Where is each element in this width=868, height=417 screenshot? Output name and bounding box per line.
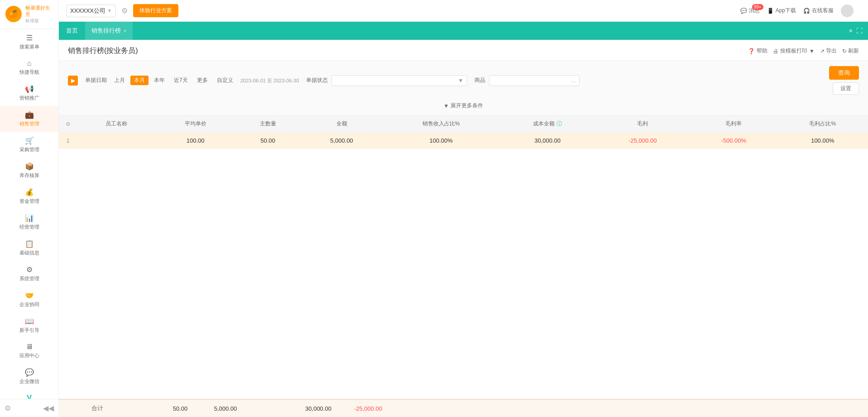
setting-button[interactable]: 设置 [833,82,859,95]
filter-arrow-btn[interactable]: ▶ [68,76,78,86]
app-download-label: App下载 [776,7,796,14]
company-selector[interactable]: XXXXXX公司 ▼ [66,5,116,17]
footer-profit-rate [393,405,438,412]
date-tab-more[interactable]: 更多 [193,76,211,85]
tab-home-label: 首页 [66,27,78,35]
table-header-row: ⚙ 员工名称 平均单价 主数量 全额 销售收入占比% 成本全额 ⓘ 毛利 毛利率… [59,115,868,133]
date-tab-7days[interactable]: 近7天 [170,76,192,85]
row-cost: 30,000.00 [499,133,595,149]
footer-cost: 30,000.00 [293,405,343,412]
sidebar-item-sales[interactable]: 💼 销售管理 [0,106,58,132]
management-icon: 📊 [25,214,34,222]
date-tab-last-month[interactable]: 上月 [110,76,129,85]
company-chevron-icon: ▼ [107,8,112,13]
help-button[interactable]: ❓ 帮助 [748,47,767,55]
app-download-button[interactable]: 📱 App下载 [767,7,796,14]
page-actions: ❓ 帮助 🖨 按模板打印 ▼ ↗ 导出 ↻ 刷新 [748,47,859,55]
tab-bar-right: × ⛶ [849,27,868,34]
footer-profit-pct [438,405,484,412]
status-select-chevron-icon: ▼ [458,77,463,84]
avatar[interactable] [841,5,854,17]
collapse-icon[interactable]: ◀◀ [43,404,54,412]
sidebar-item-marketing[interactable]: 📢 营销推广 [0,80,58,106]
tab-maximize-icon[interactable]: ⛶ [856,27,863,34]
guide-icon: 📖 [25,317,34,326]
system-icon: ⚙ [26,265,33,274]
col-employee: 员工名称 [77,115,156,133]
query-btn-area: 查询 设置 [829,66,859,95]
download-icon: 📱 [767,8,774,14]
expand-row: ▼ 展开更多条件 [68,98,859,110]
sidebar-item-system[interactable]: ⚙ 系统管理 [0,261,58,287]
service-icon: 🎧 [803,8,810,14]
topbar-right: 💬 消息 99+ 📱 App下载 🎧 在线客服 [740,5,861,17]
status-select[interactable]: ▼ [331,75,467,86]
export-icon: ↗ [820,48,825,54]
filter-row-1: ▶ 单据日期 上月 本月 本年 近7天 更多 自定义 2023-06-01 至 … [68,66,859,95]
sidebar-item-quicknav[interactable]: ⌂ 快捷导航 [0,55,58,80]
footer-cells: 50.00 5,000.00 30,000.00 -25,000.00 [103,405,863,412]
settings-footer-icon[interactable]: ⚙ [5,404,11,412]
sidebar: 🍊 畅康通好生意 标准版 ☰ 搜索菜单 ⌂ 快捷导航 📢 营销推广 💼 销售管理… [0,0,59,417]
footer-profit: -25,000.00 [343,405,393,412]
row-profit: -25,000.00 [595,133,690,149]
sidebar-logo: 🍊 畅康通好生意 标准版 [0,0,58,29]
print-button[interactable]: 🖨 按模板打印 ▼ [773,47,815,55]
sidebar-item-member[interactable]: V 畅会员 [0,389,58,399]
message-button[interactable]: 💬 消息 99+ [740,7,760,14]
goods-more-icon: ... [571,77,575,84]
sidebar-item-guide[interactable]: 📖 新手引导 [0,312,58,338]
date-tab-this-year[interactable]: 本年 [150,76,168,85]
expand-more-button[interactable]: ▼ 展开更多条件 [444,102,484,110]
sidebar-item-purchase[interactable]: 🛒 采购管理 [0,132,58,158]
export-button[interactable]: ↗ 导出 [820,47,837,55]
online-service-button[interactable]: 🎧 在线客服 [803,7,834,14]
online-service-label: 在线客服 [812,7,834,14]
row-sales-pct: 100.00% [383,133,499,149]
inventory-icon: 📦 [25,162,34,171]
finance-icon: 💰 [25,188,34,197]
row-profit-pct: 100.00% [777,133,868,149]
row-index: 1 [59,133,77,149]
tab-close-icon[interactable]: × [124,28,126,34]
col-cost: 成本全额 ⓘ [499,115,595,133]
tab-home[interactable]: 首页 [59,22,85,40]
home-icon: ⌂ [27,59,32,67]
col-amount: 全额 [301,115,383,133]
row-qty: 50.00 [235,133,301,149]
row-amount: 5,000.00 [301,133,383,149]
sidebar-item-apps[interactable]: 🖥 应用中心 [0,338,58,364]
date-tab-this-month[interactable]: 本月 [130,76,149,85]
print-chevron-icon: ▼ [809,48,815,54]
page-header: 销售排行榜(按业务员) ❓ 帮助 🖨 按模板打印 ▼ ↗ 导出 ↻ 刷新 [59,40,868,61]
date-label: 单据日期 [85,77,107,84]
tab-sales-ranking-label: 销售排行榜 [91,27,121,35]
refresh-button[interactable]: ↻ 刷新 [842,47,859,55]
refresh-icon: ↻ [842,48,847,54]
sidebar-item-collab[interactable]: 🤝 企业协同 [0,287,58,312]
col-avg-price: 平均单价 [156,115,235,133]
tab-sales-ranking[interactable]: 销售排行榜 × [85,22,133,40]
tab-close-window-icon[interactable]: × [849,27,853,34]
sidebar-item-basic[interactable]: 📋 基础信息 [0,235,58,261]
goods-select[interactable]: ... [489,75,580,86]
col-settings-icon[interactable]: ⚙ [66,121,71,127]
trial-button[interactable]: 体验行业方案 [133,4,178,17]
footer-total-label: 合计 [64,404,103,412]
sidebar-item-wechat[interactable]: 💬 企业微信 [0,364,58,389]
query-button[interactable]: 查询 [829,66,859,80]
date-tab-custom[interactable]: 自定义 [213,76,237,85]
sidebar-item-inventory[interactable]: 📦 库存核算 [0,158,58,183]
footer-amount: 5,000.00 [203,405,248,412]
filter-toggle-icon[interactable]: ▶ [68,76,78,86]
table-wrapper: ⚙ 员工名称 平均单价 主数量 全额 销售收入占比% 成本全额 ⓘ 毛利 毛利率… [59,115,868,399]
sales-table: ⚙ 员工名称 平均单价 主数量 全额 销售收入占比% 成本全额 ⓘ 毛利 毛利率… [59,115,868,149]
sidebar-item-search[interactable]: ☰ 搜索菜单 [0,29,58,55]
status-filter: 单据状态 ▼ [306,75,467,86]
sidebar-item-finance[interactable]: 💰 资金管理 [0,183,58,209]
page-title: 销售排行榜(按业务员) [68,46,138,56]
col-profit-pct: 毛利占比% [777,115,868,133]
topbar-settings-icon[interactable]: ⚙ [121,6,128,15]
date-range-text: 2023-06-01 至 2023-06-30 [240,77,299,84]
sidebar-item-management[interactable]: 📊 经营管理 [0,209,58,235]
